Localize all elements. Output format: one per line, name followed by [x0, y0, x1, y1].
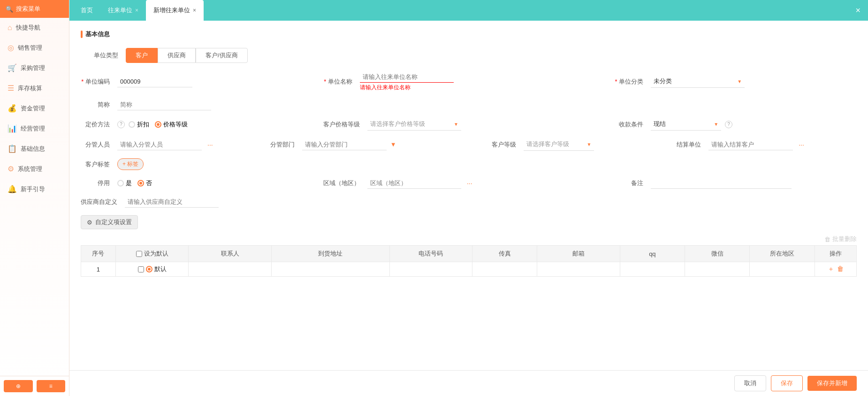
tag-add-button[interactable]: + 标签	[117, 158, 144, 170]
unit-btn-supplier[interactable]: 供应商	[158, 48, 196, 63]
col-wechat: 微信	[685, 246, 750, 262]
cell-seq: 1	[81, 262, 116, 277]
region-dots-btn[interactable]: ···	[465, 179, 474, 187]
unit-btn-both[interactable]: 客户/供应商	[196, 48, 248, 63]
search-menu-btn[interactable]: 🔍 搜索菜单	[0, 0, 69, 18]
payment-terms-help[interactable]: ?	[725, 121, 732, 128]
region-label: 区域（地区）	[323, 179, 364, 187]
manager-dots-btn[interactable]: ···	[206, 141, 215, 148]
section-title-text: 基本信息	[85, 30, 110, 39]
sidebar-item-purchase[interactable]: 🛒 采购管理	[0, 58, 69, 78]
short-name-input[interactable]	[117, 99, 211, 110]
tab-home[interactable]: 首页	[73, 0, 100, 21]
region-cell-input[interactable]	[768, 266, 796, 273]
unit-name-input[interactable]	[360, 71, 454, 83]
batch-delete-label[interactable]: 批量删除	[832, 235, 857, 243]
bottom-bar: 取消 保存 保存并新增	[69, 370, 868, 396]
wechat-input[interactable]	[703, 266, 731, 273]
field-manager: 分管人员 ···	[81, 139, 266, 150]
cell-contact[interactable]	[189, 262, 271, 277]
address-input[interactable]	[302, 266, 358, 273]
phone-input[interactable]	[412, 266, 449, 273]
cell-region[interactable]	[750, 262, 815, 277]
window-close-btn[interactable]: ×	[852, 6, 864, 16]
cell-email[interactable]	[537, 262, 620, 277]
col-phone: 电话号码	[389, 246, 472, 262]
col-fax: 传真	[472, 246, 537, 262]
contact-input[interactable]	[211, 266, 249, 273]
unit-btn-customer[interactable]: 客户	[126, 48, 158, 63]
radio-grade[interactable]: 价格等级	[155, 120, 188, 129]
settlement-input[interactable]	[708, 139, 793, 150]
unit-code-label: 单位编码	[81, 78, 114, 86]
cell-phone[interactable]	[389, 262, 472, 277]
unit-category-value: 未分类	[654, 77, 672, 85]
purchase-icon: 🛒	[8, 63, 17, 72]
sidebar-item-operations[interactable]: 📊 经营管理	[0, 118, 69, 139]
sidebar-item-system[interactable]: ⚙ 系统管理	[0, 159, 69, 179]
region-input[interactable]	[367, 178, 461, 189]
remark-input[interactable]	[651, 178, 792, 189]
radio-no[interactable]: 否	[137, 179, 152, 187]
tab-contacts[interactable]: 往来单位 ×	[100, 0, 146, 21]
default-radio[interactable]: 默认	[146, 265, 167, 273]
fax-input[interactable]	[491, 266, 519, 273]
save-new-button[interactable]: 保存并新增	[807, 376, 857, 391]
sidebar-item-finance[interactable]: 💰 资金管理	[0, 98, 69, 118]
dept-label: 分管部门	[266, 140, 298, 149]
cell-actions: ＋ 🗑	[815, 262, 856, 277]
sidebar-item-sales[interactable]: ◎ 销售管理	[0, 38, 69, 58]
radio-discount[interactable]: 折扣	[129, 120, 149, 129]
manager-input[interactable]	[117, 139, 202, 150]
tab-contacts-close[interactable]: ×	[135, 7, 138, 14]
basic-info-icon: 📋	[8, 144, 17, 153]
tab-new-contact-label: 新增往来单位	[153, 6, 190, 15]
custom-settings-button[interactable]: ⚙ 自定义项设置	[81, 215, 138, 229]
select-all-checkbox[interactable]	[136, 251, 142, 257]
row-disable: 停用 是 否 区域（地区） ··· 备注	[81, 178, 857, 189]
add-row-btn[interactable]: ＋	[828, 265, 834, 273]
contact-table: 序号 设为默认 联系人 到货地址 电话号码 传真 邮箱 qq 微信 所在地区	[81, 245, 857, 277]
customer-price-arrow: ▼	[454, 122, 458, 127]
settlement-dots-btn[interactable]: ···	[797, 141, 806, 148]
sidebar-item-basic-info[interactable]: 📋 基础信息	[0, 139, 69, 159]
unit-type-buttons: 客户 供应商 客户/供应商	[126, 48, 248, 63]
customer-price-select[interactable]: 请选择客户价格等级 ▼	[367, 118, 461, 131]
cell-fax[interactable]	[472, 262, 537, 277]
col-address: 到货地址	[271, 246, 389, 262]
payment-terms-select[interactable]: 现结 ▼	[651, 118, 721, 131]
radio-discount-label: 折扣	[137, 120, 149, 129]
sidebar-bottom-btn2[interactable]: ≡	[37, 380, 66, 392]
unit-category-select[interactable]: 未分类 ▼	[651, 75, 745, 88]
manager-label: 分管人员	[81, 140, 114, 149]
delete-row-btn[interactable]: 🗑	[837, 265, 844, 273]
save-button[interactable]: 保存	[771, 375, 803, 391]
email-input[interactable]	[560, 266, 597, 273]
radio-yes-label: 是	[126, 179, 132, 187]
cell-wechat[interactable]	[685, 262, 750, 277]
cancel-button[interactable]: 取消	[734, 375, 766, 391]
radio-yes[interactable]: 是	[117, 179, 132, 187]
tab-new-contact-close[interactable]: ×	[193, 7, 196, 14]
row-checkbox[interactable]	[138, 266, 144, 272]
unit-name-label: 单位名称	[323, 78, 356, 86]
col-contact: 联系人	[189, 246, 271, 262]
dept-input[interactable]	[302, 139, 387, 150]
supplier-custom-input[interactable]	[125, 196, 219, 208]
default-label: 默认	[154, 265, 167, 273]
payment-terms-label: 收款条件	[614, 120, 647, 129]
sidebar-item-quick-nav[interactable]: ⌂ 快捷导航	[0, 18, 69, 38]
qq-input[interactable]	[638, 266, 666, 273]
sidebar-bottom-btn1[interactable]: ⊕	[4, 380, 33, 392]
cell-address[interactable]	[271, 262, 389, 277]
cell-qq[interactable]	[620, 262, 685, 277]
section-title: 基本信息	[81, 30, 857, 39]
tab-new-contact[interactable]: 新增往来单位 ×	[146, 0, 204, 21]
sidebar-item-guide[interactable]: 🔔 新手引导	[0, 179, 69, 199]
unit-type-row: 单位类型 客户 供应商 客户/供应商	[81, 48, 857, 63]
pricing-method-help[interactable]: ?	[117, 121, 125, 128]
row-manager: 分管人员 ··· 分管部门 ▼ 客户等级 请选择客户等级 ▼ 结算单位 ···	[81, 138, 857, 151]
customer-level-select[interactable]: 请选择客户等级 ▼	[524, 138, 594, 151]
sidebar-item-inventory[interactable]: ☰ 库存核算	[0, 78, 69, 98]
field-dept: 分管部门 ▼	[266, 139, 487, 150]
